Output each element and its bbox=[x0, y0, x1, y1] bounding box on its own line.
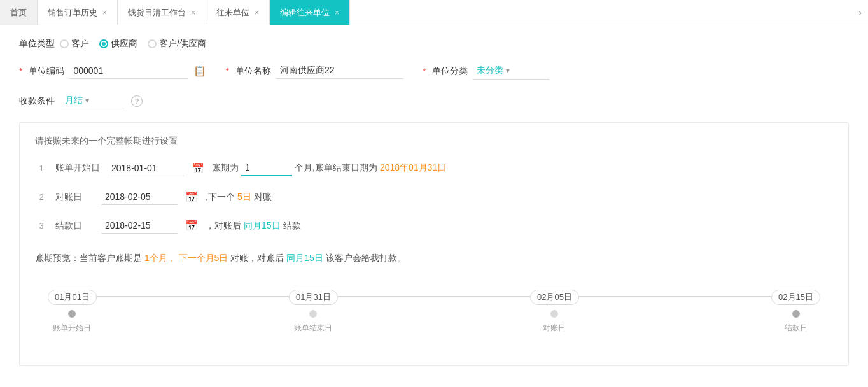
radio-group: 客户 供应商 客户/供应商 bbox=[60, 38, 206, 50]
preview-section: 账期预览：当前客户账期是 1个月， 下一个月5日 对账，对账后 同月15日 该客… bbox=[35, 246, 833, 353]
period-num-1: 1 bbox=[35, 164, 48, 173]
tab-sales-history-close[interactable]: × bbox=[102, 8, 107, 17]
period-label-1: 账单开始日 bbox=[55, 162, 100, 174]
unit-category-group: * 单位分类 未分类 ▾ bbox=[423, 62, 549, 80]
unit-name-group: * 单位名称 bbox=[225, 63, 403, 79]
period-desc-1-suffix: 个月,账单结束日期为 bbox=[295, 162, 377, 174]
timeline-dot-4 bbox=[792, 310, 800, 318]
unit-category-label: 单位分类 bbox=[432, 66, 468, 77]
radio-supplier-circle bbox=[99, 39, 108, 48]
tab-edit-partner-close[interactable]: × bbox=[335, 8, 339, 17]
timeline-sublabel-2: 账单结束日 bbox=[294, 323, 332, 334]
unit-code-group: * 单位编码 📋 bbox=[19, 63, 206, 79]
radio-supplier[interactable]: 供应商 bbox=[99, 38, 137, 50]
period-item-2: 2 对账日 📅 ,下一个 5日 对账 bbox=[35, 189, 833, 205]
radio-both-label: 客户/供应商 bbox=[159, 38, 206, 50]
preview-part2: 下一个月5日 bbox=[179, 253, 228, 263]
timeline-badge-4: 02月15日 bbox=[771, 290, 820, 305]
radio-both-circle bbox=[148, 39, 157, 48]
radio-customer-circle bbox=[60, 39, 69, 48]
timeline-badge-2: 01月31日 bbox=[289, 290, 338, 305]
tab-home-label: 首页 bbox=[10, 7, 27, 18]
timeline-badge-1: 01月01日 bbox=[48, 290, 97, 305]
period-months-input[interactable] bbox=[241, 160, 292, 176]
tab-partners-close[interactable]: × bbox=[255, 8, 259, 17]
timeline-point-4: 02月15日 结款日 bbox=[771, 290, 820, 334]
radio-both[interactable]: 客户/供应商 bbox=[148, 38, 206, 50]
preview-label: 账期预览：当前客户账期是 bbox=[35, 253, 142, 263]
unit-code-icon[interactable]: 📋 bbox=[193, 65, 206, 77]
period-calendar-3[interactable]: 📅 bbox=[185, 220, 198, 232]
tab-home[interactable]: 首页 bbox=[0, 0, 38, 25]
timeline-dot-3 bbox=[550, 310, 558, 318]
period-num-2: 2 bbox=[35, 192, 48, 202]
period-date-3[interactable] bbox=[101, 218, 178, 234]
period-date-2[interactable] bbox=[101, 189, 178, 205]
timeline-dot-1 bbox=[68, 310, 76, 318]
timeline: 01月01日 账单开始日 01月31日 账单结束日 02月05日 对账日 bbox=[35, 283, 833, 353]
unit-type-row: 单位类型 客户 供应商 客户/供应商 bbox=[19, 38, 849, 50]
unit-details-row: * 单位编码 📋 * 单位名称 * 单位分类 未分类 ▾ bbox=[19, 62, 849, 80]
timeline-point-2: 01月31日 账单结束日 bbox=[289, 290, 338, 334]
period-item-1: 1 账单开始日 📅 账期为 个月,账单结束日期为 2018年01月31日 bbox=[35, 160, 833, 176]
period-title: 请按照未来的一个完整帐期进行设置 bbox=[35, 136, 833, 147]
main-content: 单位类型 客户 供应商 客户/供应商 * 单位编码 bbox=[0, 25, 868, 387]
payment-condition-label: 收款条件 bbox=[19, 95, 55, 107]
period-label-2: 对账日 bbox=[55, 192, 94, 203]
timeline-sublabel-1: 账单开始日 bbox=[53, 323, 91, 334]
period-item-3: 3 结款日 📅 ，对账后 同月15日 结款 bbox=[35, 218, 833, 234]
timeline-badge-3: 02月05日 bbox=[530, 290, 579, 305]
tab-sales-history-label: 销售订单历史 bbox=[48, 7, 97, 18]
period-desc-2-prefix: ,下一个 bbox=[206, 192, 235, 203]
period-desc-2-suffix: 对账 bbox=[254, 192, 272, 203]
preview-part5: 该客户会给我打款。 bbox=[326, 253, 406, 263]
period-end-date-highlight: 2018年01月31日 bbox=[380, 162, 446, 174]
timeline-sublabel-4: 结款日 bbox=[785, 323, 808, 334]
period-payment-highlight: 同月15日 bbox=[244, 220, 281, 232]
unit-type-group: 单位类型 客户 供应商 客户/供应商 bbox=[19, 38, 206, 50]
unit-code-label: 单位编码 bbox=[29, 66, 64, 77]
tab-edit-partner[interactable]: 编辑往来单位 × bbox=[270, 0, 350, 25]
timeline-sublabel-3: 对账日 bbox=[543, 323, 566, 334]
tab-cashflow-close[interactable]: × bbox=[191, 8, 195, 17]
unit-code-input[interactable] bbox=[69, 63, 188, 79]
unit-category-select[interactable]: 未分类 ▾ bbox=[473, 62, 549, 80]
timeline-dot-2 bbox=[309, 310, 317, 318]
period-box: 请按照未来的一个完整帐期进行设置 1 账单开始日 📅 账期为 个月,账单结束日期… bbox=[19, 122, 849, 366]
tab-bar: 首页 销售订单历史 × 钱货日清工作台 × 往来单位 × 编辑往来单位 × › bbox=[0, 0, 868, 25]
period-desc-1: 账期为 个月,账单结束日期为 2018年01月31日 bbox=[212, 160, 446, 176]
tab-sales-history[interactable]: 销售订单历史 × bbox=[38, 0, 118, 25]
payment-condition-select[interactable]: 月结 ▾ bbox=[61, 92, 125, 109]
tab-partners[interactable]: 往来单位 × bbox=[206, 0, 270, 25]
tab-cashflow-label: 钱货日清工作台 bbox=[128, 7, 186, 18]
unit-category-value: 未分类 bbox=[477, 65, 503, 76]
unit-name-input[interactable] bbox=[276, 63, 403, 79]
radio-supplier-label: 供应商 bbox=[111, 38, 137, 50]
unit-category-star: * bbox=[423, 66, 426, 76]
period-calendar-2[interactable]: 📅 bbox=[185, 191, 198, 203]
preview-text: 账期预览：当前客户账期是 1个月， 下一个月5日 对账，对账后 同月15日 该客… bbox=[35, 246, 833, 271]
tab-partners-label: 往来单位 bbox=[216, 7, 249, 18]
preview-part1: 1个月， bbox=[144, 253, 176, 263]
period-reconcile-highlight: 5日 bbox=[237, 192, 251, 203]
period-calendar-1[interactable]: 📅 bbox=[192, 162, 204, 174]
unit-category-arrow: ▾ bbox=[506, 66, 510, 75]
period-desc-2: ,下一个 5日 对账 bbox=[206, 192, 272, 203]
payment-condition-arrow: ▾ bbox=[85, 96, 89, 105]
period-date-1[interactable] bbox=[108, 160, 184, 176]
payment-condition-value: 月结 bbox=[65, 95, 83, 106]
radio-customer-label: 客户 bbox=[71, 38, 89, 50]
timeline-point-3: 02月05日 对账日 bbox=[530, 290, 579, 334]
period-label-3: 结款日 bbox=[55, 220, 94, 232]
radio-customer[interactable]: 客户 bbox=[60, 38, 89, 50]
timeline-point-1: 01月01日 账单开始日 bbox=[48, 290, 97, 334]
payment-condition-row: 收款条件 月结 ▾ ? bbox=[19, 92, 849, 109]
period-desc-1-prefix: 账期为 bbox=[212, 162, 239, 174]
preview-part4: 同月15日 bbox=[286, 253, 323, 263]
tab-nav-arrow[interactable]: › bbox=[852, 7, 868, 18]
help-icon[interactable]: ? bbox=[131, 95, 143, 107]
tab-cashflow[interactable]: 钱货日清工作台 × bbox=[118, 0, 206, 25]
timeline-points: 01月01日 账单开始日 01月31日 账单结束日 02月05日 对账日 bbox=[48, 290, 820, 334]
unit-name-label: 单位名称 bbox=[235, 66, 271, 77]
unit-type-label: 单位类型 bbox=[19, 38, 55, 50]
